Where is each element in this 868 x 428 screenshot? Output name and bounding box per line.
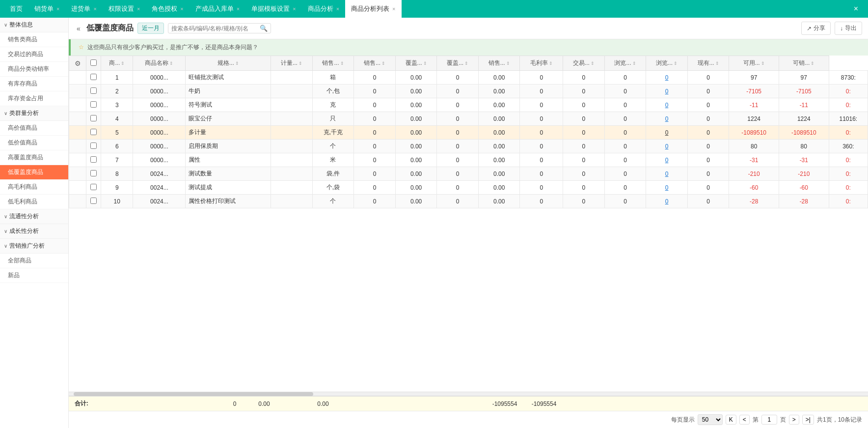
col-cover2[interactable]: 覆盖...⇕ (437, 56, 479, 71)
row-browse1[interactable]: 0 (646, 126, 688, 140)
row-checkbox[interactable] (86, 167, 101, 181)
last-page-button[interactable]: >| (802, 415, 814, 425)
row-checkbox[interactable] (86, 126, 101, 140)
sidebar-item-stocked-products[interactable]: 有库存商品 (0, 77, 68, 91)
row-browse1[interactable]: 0 (646, 85, 688, 98)
col-name[interactable]: 商品名称⇕ (133, 56, 186, 71)
sidebar-item-new-products[interactable]: 新品 (0, 268, 68, 283)
export-button[interactable]: ↓ 导出 (835, 22, 862, 35)
row-select-checkbox[interactable] (90, 87, 97, 94)
settings-icon[interactable]: ⚙ (75, 59, 81, 67)
col-sales-qty[interactable]: 销售...⇕ (312, 56, 354, 71)
sidebar-item-inventory-capital[interactable]: 库存资金占用 (0, 91, 68, 106)
sidebar-group-growth[interactable]: ∨ 成长性分析 (0, 224, 68, 239)
nav-product-analysis-list[interactable]: 商品分析列表 × (345, 0, 401, 18)
close-icon[interactable]: × (336, 6, 339, 12)
col-sales3[interactable]: 销售...⇕ (478, 56, 520, 71)
col-browse1[interactable]: 浏览...⇕ (604, 56, 646, 71)
col-current[interactable]: 现有...⇕ (687, 56, 729, 71)
nav-home[interactable]: 首页 (4, 0, 28, 18)
col-spec[interactable]: 规格...⇕ (186, 56, 271, 71)
sidebar-item-low-coverage[interactable]: 低覆盖度商品 (0, 165, 68, 180)
row-browse1[interactable]: 0 (646, 195, 688, 208)
close-icon[interactable]: × (93, 6, 96, 12)
scrollbar-thumb[interactable] (74, 392, 313, 396)
sidebar-group-marketing[interactable]: ∨ 营销推广分析 (0, 239, 68, 254)
sidebar-item-high-margin[interactable]: 高毛利商品 (0, 180, 68, 195)
data-table-container[interactable]: ⚙ 商...⇕ 商品名称⇕ 规格...⇕ 计量...⇕ 销售...⇕ 销售...… (69, 56, 868, 392)
col-unit[interactable]: 计量...⇕ (271, 56, 313, 71)
row-select-checkbox[interactable] (90, 129, 97, 135)
row-checkbox[interactable] (86, 140, 101, 153)
col-browse2[interactable]: 浏览...⇕ (646, 56, 688, 71)
search-icon[interactable]: 🔍 (260, 25, 268, 32)
row-browse1[interactable]: 0 (646, 98, 688, 112)
sidebar-group-cluster[interactable]: ∨ 类群量分析 (0, 106, 68, 121)
row-checkbox[interactable] (86, 153, 101, 167)
nav-permissions[interactable]: 权限设置 × (103, 0, 146, 18)
close-icon[interactable]: × (392, 6, 395, 12)
next-page-button[interactable]: > (789, 415, 799, 425)
sidebar-item-high-coverage[interactable]: 高覆盖度商品 (0, 150, 68, 165)
row-checkbox[interactable] (86, 71, 101, 85)
sidebar-group-overall[interactable]: ∨ 整体信息 (0, 18, 68, 32)
window-close-button[interactable]: × (848, 4, 864, 13)
horizontal-scrollbar[interactable] (69, 392, 868, 396)
close-icon[interactable]: × (137, 6, 140, 12)
select-all-checkbox[interactable] (90, 59, 97, 66)
row-select-checkbox[interactable] (90, 101, 97, 108)
close-icon[interactable]: × (237, 6, 240, 12)
first-page-button[interactable]: K (726, 415, 736, 425)
row-select-checkbox[interactable] (90, 184, 97, 190)
nav-sales-order[interactable]: 销货单 × (28, 0, 65, 18)
col-gross-rate[interactable]: 毛利率⇕ (520, 56, 563, 71)
row-browse1[interactable]: 0 (646, 112, 688, 126)
sidebar-item-sales-products[interactable]: 销售类商品 (0, 32, 68, 47)
row-checkbox[interactable] (86, 181, 101, 195)
row-browse1[interactable]: 0 (646, 167, 688, 181)
search-input[interactable] (171, 25, 260, 32)
row-checkbox[interactable] (86, 112, 101, 126)
row-select-checkbox[interactable] (90, 198, 97, 204)
row-select-checkbox[interactable] (90, 156, 97, 163)
col-trade[interactable]: 交易...⇕ (563, 56, 605, 71)
col-available[interactable]: 可用...⇕ (729, 56, 779, 71)
sidebar-item-category-rate[interactable]: 商品分类动销率 (0, 62, 68, 77)
page-number-input[interactable] (761, 415, 777, 425)
prev-page-button[interactable]: < (739, 415, 750, 425)
nav-role-auth[interactable]: 角色授权 × (146, 0, 189, 18)
share-button[interactable]: ↗ 分享 (801, 22, 831, 35)
close-icon[interactable]: × (180, 6, 183, 12)
row-select-checkbox[interactable] (90, 74, 97, 80)
row-select-checkbox[interactable] (90, 143, 97, 149)
row-select-checkbox[interactable] (90, 115, 97, 121)
nav-purchase-order[interactable]: 进货单 × (65, 0, 102, 18)
nav-product-analysis[interactable]: 商品分析 × (302, 0, 345, 18)
row-browse1[interactable]: 0 (646, 181, 688, 195)
col-saleable[interactable]: 可销...⇕ (779, 56, 829, 71)
filter-period-button[interactable]: 近一月 (137, 23, 164, 34)
col-cover1[interactable]: 覆盖...⇕ (395, 56, 437, 71)
sidebar-group-circulation[interactable]: ∨ 流通性分析 (0, 209, 68, 224)
nav-product-inbound[interactable]: 产成品入库单 × (190, 0, 245, 18)
per-page-select[interactable]: 50 20 100 (698, 414, 723, 425)
close-icon[interactable]: × (293, 6, 296, 12)
col-select-all[interactable] (86, 56, 101, 71)
sidebar-item-all-products[interactable]: 全部商品 (0, 254, 68, 268)
row-checkbox[interactable] (86, 195, 101, 208)
sidebar-collapse-button[interactable]: « (75, 24, 82, 33)
row-browse1[interactable]: 0 (646, 153, 688, 167)
sidebar-item-high-value[interactable]: 高价值商品 (0, 121, 68, 136)
close-icon[interactable]: × (56, 6, 59, 12)
sidebar-item-low-value[interactable]: 低价值商品 (0, 136, 68, 150)
sidebar-item-traded-products[interactable]: 交易过的商品 (0, 47, 68, 62)
col-sales-amt[interactable]: 销售...⇕ (354, 56, 396, 71)
col-settings[interactable]: ⚙ (69, 56, 86, 71)
row-select-checkbox[interactable] (90, 170, 97, 176)
col-code[interactable]: 商...⇕ (101, 56, 133, 71)
row-browse1[interactable]: 0 (646, 71, 688, 85)
nav-voucher-template[interactable]: 单据模板设置 × (245, 0, 301, 18)
row-browse1[interactable]: 0 (646, 140, 688, 153)
sidebar-item-low-margin[interactable]: 低毛利商品 (0, 195, 68, 209)
row-checkbox[interactable] (86, 98, 101, 112)
